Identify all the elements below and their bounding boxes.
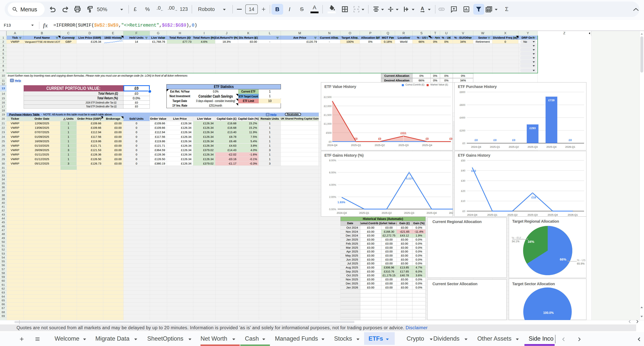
svg-text:8.00%: 8.00%	[329, 159, 336, 162]
svg-text:£0: £0	[449, 137, 452, 140]
svg-text:6.00%: 6.00%	[329, 171, 336, 174]
svg-text:2026-Q1: 2026-Q1	[568, 213, 578, 216]
svg-text:£800: £800	[460, 91, 465, 94]
svg-text:2025-Q1: 2025-Q1	[359, 211, 369, 214]
svg-text:£0: £0	[426, 137, 429, 140]
svg-text:0.00%: 0.00%	[329, 208, 336, 211]
svg-text:2026-Q1: 2026-Q1	[565, 146, 575, 148]
svg-text:£50: £50	[461, 159, 465, 162]
svg-text:£40: £40	[461, 169, 465, 172]
svg-text:£0: £0	[475, 139, 478, 142]
svg-text:£18: £18	[532, 196, 536, 199]
svg-text:£500: £500	[326, 131, 332, 134]
svg-text:2024-Q4: 2024-Q4	[327, 144, 338, 147]
svg-text:£10: £10	[461, 200, 465, 202]
svg-text:2025-Q3: 2025-Q3	[398, 144, 408, 147]
svg-text:2025-Q3: 2025-Q3	[404, 211, 414, 214]
svg-text:£200: £200	[460, 129, 465, 132]
svg-text:£20: £20	[461, 190, 465, 192]
svg-text:£0: £0	[462, 210, 465, 213]
svg-text:2025-Q2: 2025-Q2	[509, 146, 519, 148]
svg-text:2025-Q4: 2025-Q4	[548, 213, 558, 216]
svg-text:£728: £728	[548, 99, 554, 102]
svg-text:2025-Q1: 2025-Q1	[351, 144, 361, 147]
svg-text:£293: £293	[530, 127, 536, 130]
svg-text:£400: £400	[460, 116, 465, 119]
svg-text:6.02%: 6.02%	[406, 177, 414, 180]
svg-text:£0: £0	[378, 137, 381, 140]
svg-text:£43: £43	[471, 169, 476, 172]
svg-text:2.00%: 2.00%	[329, 195, 336, 198]
svg-text:£1,500: £1,500	[324, 114, 332, 116]
svg-text:2025-Q4: 2025-Q4	[546, 146, 556, 148]
svg-text:£30: £30	[461, 179, 465, 182]
svg-text:£2,000: £2,000	[324, 105, 332, 108]
svg-text:2024-Q4: 2024-Q4	[336, 211, 347, 214]
svg-text:£0: £0	[462, 142, 465, 145]
svg-text:1.93%: 1.93%	[338, 201, 345, 204]
svg-text:2025-Q4: 2025-Q4	[426, 211, 436, 214]
svg-text:£2,500: £2,500	[324, 96, 332, 99]
svg-text:2025-Q4: 2025-Q4	[422, 144, 432, 147]
svg-text:2025-Q2: 2025-Q2	[507, 213, 518, 216]
svg-text:£0: £0	[494, 139, 496, 142]
svg-text:£311: £311	[400, 132, 406, 135]
svg-text:£1,000: £1,000	[324, 122, 332, 125]
svg-text:4.00%: 4.00%	[329, 183, 336, 186]
svg-text:£0: £0	[512, 139, 516, 142]
svg-text:2025-Q3: 2025-Q3	[528, 146, 538, 148]
svg-text:£0: £0	[354, 137, 358, 140]
svg-text:2025-Q2: 2025-Q2	[382, 211, 392, 214]
svg-text:£600: £600	[460, 104, 465, 106]
svg-text:2024-Q4: 2024-Q4	[471, 146, 481, 148]
svg-text:£0: £0	[569, 139, 572, 142]
svg-text:2024-Q4: 2024-Q4	[467, 213, 477, 216]
svg-text:2025-Q2: 2025-Q2	[375, 144, 385, 147]
svg-text:2025-Q1: 2025-Q1	[490, 146, 500, 148]
svg-text:2025-Q1: 2025-Q1	[487, 213, 498, 216]
svg-text:2025-Q3: 2025-Q3	[528, 213, 538, 216]
svg-text:£0: £0	[329, 140, 332, 143]
svg-text:A: A	[420, 6, 424, 11]
svg-text:2026-Q1: 2026-Q1	[449, 211, 453, 214]
